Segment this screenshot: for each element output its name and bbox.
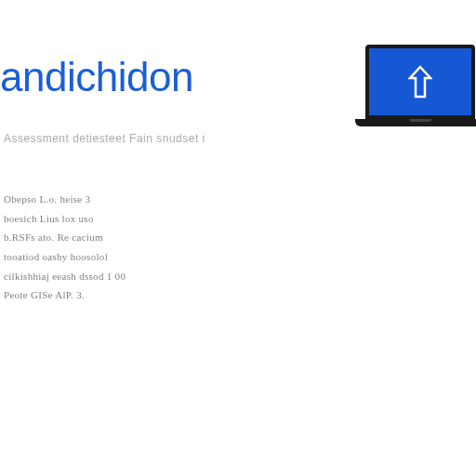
content-line: b.RSFs ato. Re cacium	[4, 229, 283, 246]
laptop-screen	[365, 45, 475, 119]
laptop-base	[355, 119, 476, 126]
content-line: Peote GISe AlP. 3.	[4, 286, 283, 304]
content-line: Obepso L.o. heise 3	[4, 191, 283, 208]
laptop-upload-icon	[365, 45, 476, 126]
arrow-up-icon	[408, 65, 432, 99]
content-text-block: Obepso L.o. heise 3 boesich Lius lox uso…	[4, 191, 283, 306]
content-line: cilkishhiaj eeash dssod 1 00	[4, 268, 283, 285]
page-subtitle: Assessment detiesteet Fain snudset i	[4, 132, 205, 145]
page-title: andichidon	[0, 54, 193, 100]
content-line: boesich Lius lox uso	[4, 210, 283, 228]
content-line: tooatiod oashy hoosolol	[4, 248, 283, 266]
